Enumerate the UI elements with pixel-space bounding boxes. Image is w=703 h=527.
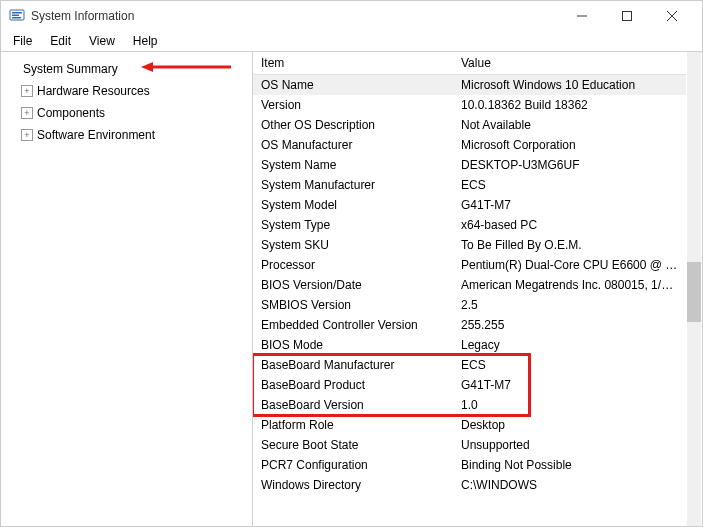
table-row[interactable]: System SKUTo Be Filled By O.E.M. [253,235,686,255]
cell-item: SMBIOS Version [253,295,453,315]
col-header-item[interactable]: Item [253,52,453,75]
cell-item: System Type [253,215,453,235]
cell-value: ECS [453,355,686,375]
table-row[interactable]: Platform RoleDesktop [253,415,686,435]
cell-value: ECS [453,175,686,195]
menu-view[interactable]: View [81,32,123,50]
table-row[interactable]: Embedded Controller Version255.255 [253,315,686,335]
cell-item: OS Manufacturer [253,135,453,155]
app-icon [9,8,25,24]
cell-value: Microsoft Windows 10 Education [453,75,686,96]
menu-file[interactable]: File [5,32,40,50]
cell-value: 10.0.18362 Build 18362 [453,95,686,115]
cell-value: DESKTOP-U3MG6UF [453,155,686,175]
svg-rect-2 [12,15,19,17]
table-row[interactable]: PCR7 ConfigurationBinding Not Possible [253,455,686,475]
cell-value: Binding Not Possible [453,455,686,475]
cell-item: BaseBoard Version [253,395,453,415]
cell-item: System SKU [253,235,453,255]
cell-item: Secure Boot State [253,435,453,455]
menu-help[interactable]: Help [125,32,166,50]
cell-value: Unsupported [453,435,686,455]
svg-rect-5 [622,12,631,21]
tree-item[interactable]: +Software Environment [3,124,252,146]
cell-item: System Model [253,195,453,215]
table-row[interactable]: Other OS DescriptionNot Available [253,115,686,135]
cell-item: BaseBoard Product [253,375,453,395]
expand-icon[interactable]: + [21,129,33,141]
svg-rect-3 [12,17,21,19]
table-row[interactable]: System ModelG41T-M7 [253,195,686,215]
cell-value: G41T-M7 [453,195,686,215]
svg-rect-1 [12,12,22,14]
menu-edit[interactable]: Edit [42,32,79,50]
cell-item: Windows Directory [253,475,453,495]
cell-value: x64-based PC [453,215,686,235]
table-row[interactable]: Version10.0.18362 Build 18362 [253,95,686,115]
menubar: File Edit View Help [1,31,702,51]
svg-marker-9 [141,62,153,72]
navigation-tree: System Summary +Hardware Resources+Compo… [1,52,253,526]
cell-item: PCR7 Configuration [253,455,453,475]
cell-value: To Be Filled By O.E.M. [453,235,686,255]
table-row[interactable]: OS NameMicrosoft Windows 10 Education [253,75,686,96]
tree-label: Components [37,104,105,122]
table-row[interactable]: Windows DirectoryC:\WINDOWS [253,475,686,495]
cell-item: Processor [253,255,453,275]
window-controls [559,1,694,31]
cell-value: Pentium(R) Dual-Core CPU E6600 @ 3.0 [453,255,686,275]
table-row[interactable]: BIOS ModeLegacy [253,335,686,355]
expand-icon[interactable]: + [21,85,33,97]
cell-item: BaseBoard Manufacturer [253,355,453,375]
expand-icon[interactable]: + [21,107,33,119]
table-row[interactable]: SMBIOS Version2.5 [253,295,686,315]
cell-value: 255.255 [453,315,686,335]
minimize-button[interactable] [559,1,604,31]
cell-value: 1.0 [453,395,686,415]
cell-item: System Name [253,155,453,175]
table-header-row: Item Value [253,52,686,75]
table-row[interactable]: BaseBoard ManufacturerECS [253,355,686,375]
table-row[interactable]: BaseBoard Version1.0 [253,395,686,415]
spacer [7,63,19,75]
cell-value: 2.5 [453,295,686,315]
tree-label: Hardware Resources [37,82,150,100]
window-title: System Information [31,9,559,23]
cell-item: Version [253,95,453,115]
content-area: System Summary +Hardware Resources+Compo… [1,51,702,526]
table-row[interactable]: System NameDESKTOP-U3MG6UF [253,155,686,175]
cell-value: Not Available [453,115,686,135]
cell-item: Embedded Controller Version [253,315,453,335]
cell-value: Desktop [453,415,686,435]
scrollbar-thumb[interactable] [687,262,701,322]
cell-value: G41T-M7 [453,375,686,395]
cell-value: Microsoft Corporation [453,135,686,155]
maximize-button[interactable] [604,1,649,31]
table-row[interactable]: System ManufacturerECS [253,175,686,195]
cell-item: Other OS Description [253,115,453,135]
table-row[interactable]: OS ManufacturerMicrosoft Corporation [253,135,686,155]
cell-value: American Megatrends Inc. 080015, 1/12/11 [453,275,686,295]
tree-item[interactable]: +Components [3,102,252,124]
tree-item[interactable]: +Hardware Resources [3,80,252,102]
titlebar: System Information [1,1,702,31]
table-row[interactable]: BaseBoard ProductG41T-M7 [253,375,686,395]
close-button[interactable] [649,1,694,31]
tree-label: Software Environment [37,126,155,144]
details-table: Item Value OS NameMicrosoft Windows 10 E… [253,52,686,495]
annotation-arrow [141,60,231,74]
table-row[interactable]: System Typex64-based PC [253,215,686,235]
cell-item: BIOS Mode [253,335,453,355]
table-scroll[interactable]: Item Value OS NameMicrosoft Windows 10 E… [253,52,686,526]
table-row[interactable]: ProcessorPentium(R) Dual-Core CPU E6600 … [253,255,686,275]
cell-value: Legacy [453,335,686,355]
table-row[interactable]: Secure Boot StateUnsupported [253,435,686,455]
tree-label: System Summary [23,60,118,78]
details-panel: Item Value OS NameMicrosoft Windows 10 E… [253,52,702,526]
cell-value: C:\WINDOWS [453,475,686,495]
col-header-value[interactable]: Value [453,52,686,75]
table-row[interactable]: BIOS Version/DateAmerican Megatrends Inc… [253,275,686,295]
cell-item: Platform Role [253,415,453,435]
cell-item: OS Name [253,75,453,96]
cell-item: System Manufacturer [253,175,453,195]
